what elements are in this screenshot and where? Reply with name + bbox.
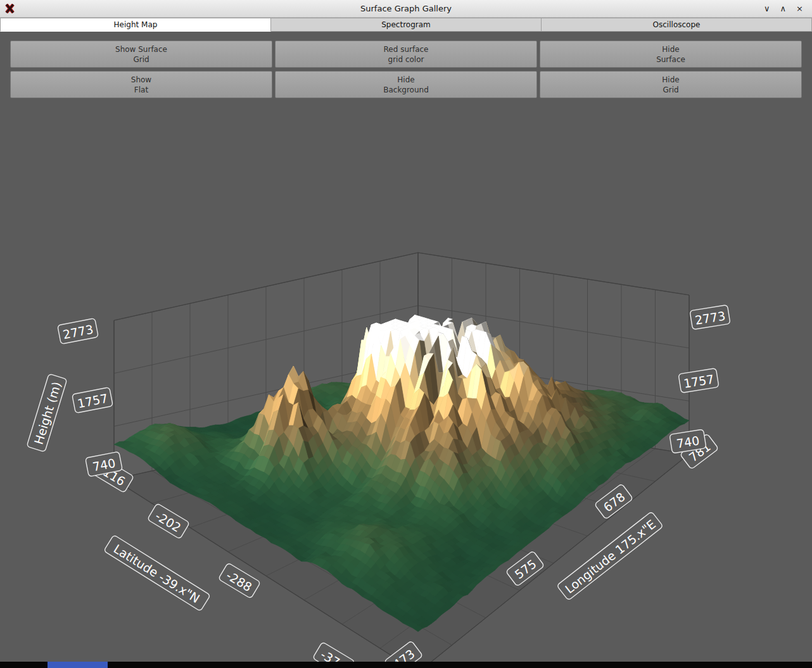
app-icon [5,4,15,13]
maximize-button[interactable]: ∧ [780,4,787,13]
app-window: Surface Graph Gallery ∨ ∧ × Height Map S… [0,0,812,668]
tab-spectrogram[interactable]: Spectrogram [271,18,542,32]
shade-button[interactable]: ∨ [764,4,770,13]
close-button[interactable]: × [796,4,803,13]
tab-oscilloscope[interactable]: Oscilloscope [542,18,812,32]
show-flat-button[interactable]: Show Flat [10,71,272,98]
surface-plot-canvas[interactable]: -116-202-288-374Latitude -39.x"N78167857… [0,32,812,662]
taskbar-accent [48,662,108,668]
hide-background-button[interactable]: Hide Background [275,71,537,98]
hide-surface-button[interactable]: Hide Surface [540,41,802,68]
taskbar-strip [0,662,812,668]
toolbar: Show Surface Grid Red surface grid color… [10,41,802,98]
tab-height-map[interactable]: Height Map [0,18,271,32]
titlebar: Surface Graph Gallery ∨ ∧ × [0,0,812,18]
window-title: Surface Graph Gallery [0,4,812,13]
surface-grid-color-button[interactable]: Red surface grid color [275,41,537,68]
hide-grid-button[interactable]: Hide Grid [540,71,802,98]
tab-bar: Height Map Spectrogram Oscilloscope [0,18,812,32]
window-controls: ∨ ∧ × [764,4,812,13]
plot-area: -116-202-288-374Latitude -39.x"N78167857… [0,32,812,662]
show-surface-grid-button[interactable]: Show Surface Grid [10,41,272,68]
